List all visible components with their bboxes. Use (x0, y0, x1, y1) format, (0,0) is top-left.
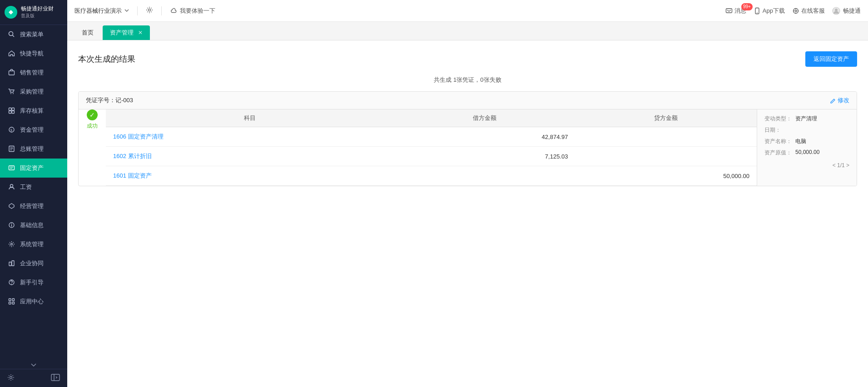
sidebar-item-system[interactable]: 系统管理 (0, 235, 67, 254)
online-service-button[interactable]: 在线客服 (792, 7, 825, 15)
sidebar-item-guide[interactable]: 新手引导 (0, 273, 67, 292)
voucher-table: 科目 借方金额 贷方金额 1606 固定资产清理 42,874.97 1602 … (106, 109, 757, 186)
sidebar-item-label: 系统管理 (20, 240, 44, 248)
svg-point-41 (835, 9, 838, 11)
experience-label: 我要体验一下 (180, 7, 215, 15)
sidebar: 畅捷通好业财 普及版 搜索菜单 快捷导航 (0, 0, 67, 387)
date-row: 日期： (764, 126, 849, 134)
sidebar-item-label: 销售管理 (20, 69, 44, 77)
app-download-button[interactable]: App下载 (754, 7, 785, 15)
cloud-icon (170, 7, 177, 15)
sidebar-item-purchase[interactable]: 采购管理 (0, 82, 67, 101)
experience-button[interactable]: 我要体验一下 (170, 7, 215, 15)
sidebar-item-quicknav[interactable]: 快捷导航 (0, 44, 67, 63)
row2-debit: 7,125.03 (394, 147, 575, 166)
sidebar-item-ledger[interactable]: 总账管理 (0, 139, 67, 159)
sidebar-item-enterprise[interactable]: 企业协同 (0, 254, 67, 273)
side-panel-pagination[interactable]: < 1/1 > (764, 162, 849, 169)
ledger-icon (7, 145, 15, 153)
svg-rect-29 (9, 302, 11, 304)
svg-rect-32 (51, 374, 60, 381)
sales-icon (7, 69, 15, 77)
home-icon (7, 50, 15, 58)
topbar: 医疗器械行业演示 我要体验一下 消息 99+ (67, 0, 868, 22)
sidebar-item-salary[interactable]: 工资 (0, 178, 67, 197)
voucher-status-cell: ✓ 成功 (79, 109, 106, 186)
edit-button[interactable]: 修改 (830, 96, 849, 104)
edit-button-label: 修改 (838, 96, 849, 104)
user-avatar[interactable]: 畅捷通 (832, 7, 861, 15)
fund-icon: $ (7, 126, 15, 134)
voucher-number: 凭证字号：记-003 (86, 96, 133, 104)
tabs-bar: 首页 资产管理 ✕ (67, 22, 868, 40)
sidebar-item-label: 快捷导航 (20, 50, 44, 58)
svg-point-31 (10, 377, 12, 379)
apps-icon (7, 298, 15, 306)
message-icon (725, 7, 733, 15)
tab-home[interactable]: 首页 (74, 25, 101, 40)
success-label: 成功 (87, 122, 98, 130)
change-type-value: 资产清理 (795, 115, 817, 123)
svg-point-22 (10, 243, 12, 245)
settings-gear-icon[interactable] (146, 6, 153, 15)
asset-name-row: 资产名称： 电脑 (764, 138, 849, 145)
return-button[interactable]: 返回固定资产 (805, 51, 857, 67)
sidebar-brand: 畅捷通好业财 普及版 (21, 5, 54, 19)
search-icon (7, 30, 15, 39)
sidebar-item-label: 总账管理 (20, 145, 44, 153)
header-subject: 科目 (106, 109, 394, 127)
svg-point-21 (11, 223, 12, 224)
svg-point-26 (11, 283, 12, 284)
scroll-arrow-down[interactable] (0, 362, 67, 369)
asset-original-value: 50,000.00 (795, 149, 819, 155)
svg-point-39 (795, 10, 797, 12)
tab-close-icon[interactable]: ✕ (138, 30, 143, 36)
row3-subject[interactable]: 1601 固定资产 (106, 166, 394, 186)
sidebar-item-label: 企业协同 (20, 259, 44, 268)
success-status: ✓ 成功 (83, 109, 101, 130)
sidebar-item-fund[interactable]: $ 资金管理 (0, 120, 67, 139)
svg-rect-2 (9, 71, 14, 75)
sidebar-item-apps[interactable]: 应用中心 (0, 292, 67, 311)
topbar-divider2 (161, 6, 162, 15)
sidebar-item-operations[interactable]: 经营管理 (0, 197, 67, 216)
row2-credit (575, 147, 757, 166)
row2-subject[interactable]: 1602 累计折旧 (106, 147, 394, 166)
svg-rect-27 (9, 299, 11, 301)
edit-icon (830, 98, 836, 104)
date-label: 日期： (764, 126, 781, 134)
svg-text:$: $ (10, 129, 12, 132)
sidebar-item-sales[interactable]: 销售管理 (0, 63, 67, 82)
svg-line-1 (12, 35, 14, 37)
settings-icon[interactable] (7, 374, 15, 382)
company-name[interactable]: 医疗器械行业演示 (74, 7, 129, 15)
svg-rect-23 (9, 262, 11, 266)
dropdown-arrow-icon (124, 9, 129, 12)
row1-subject[interactable]: 1606 固定资产清理 (106, 127, 394, 147)
sidebar-item-label: 工资 (20, 183, 32, 191)
svg-point-38 (794, 8, 799, 13)
inventory-icon (7, 107, 15, 115)
company-name-text: 医疗器械行业演示 (74, 7, 122, 15)
sidebar-item-label: 新手引导 (20, 278, 44, 287)
app-download-label: App下载 (763, 7, 785, 15)
sidebar-item-inventory[interactable]: 库存核算 (0, 101, 67, 120)
svg-point-0 (9, 32, 13, 36)
svg-rect-7 (9, 111, 11, 114)
avatar-icon (832, 7, 840, 15)
sidebar-item-search[interactable]: 搜索菜单 (0, 25, 67, 44)
service-icon (792, 7, 799, 15)
header-credit: 贷方金额 (575, 109, 757, 127)
sidebar-item-fixed-assets[interactable]: 固定资产 (0, 159, 67, 178)
sidebar-header: 畅捷通好业财 普及版 (0, 0, 67, 25)
svg-rect-5 (9, 108, 11, 111)
table-row: 1602 累计折旧 7,125.03 (106, 147, 757, 166)
collapse-icon[interactable] (51, 374, 60, 382)
messages-badge: 99+ (741, 3, 753, 10)
brand-name: 畅捷通好业财 (21, 5, 54, 13)
messages-button[interactable]: 消息 99+ (725, 7, 746, 15)
sidebar-item-basicinfo[interactable]: 基础信息 (0, 216, 67, 235)
voucher-body: ✓ 成功 科目 借方金额 贷方金额 160 (79, 109, 857, 186)
tab-asset-mgmt[interactable]: 资产管理 ✕ (103, 25, 150, 40)
page-header: 本次生成的结果 返回固定资产 (78, 51, 857, 67)
